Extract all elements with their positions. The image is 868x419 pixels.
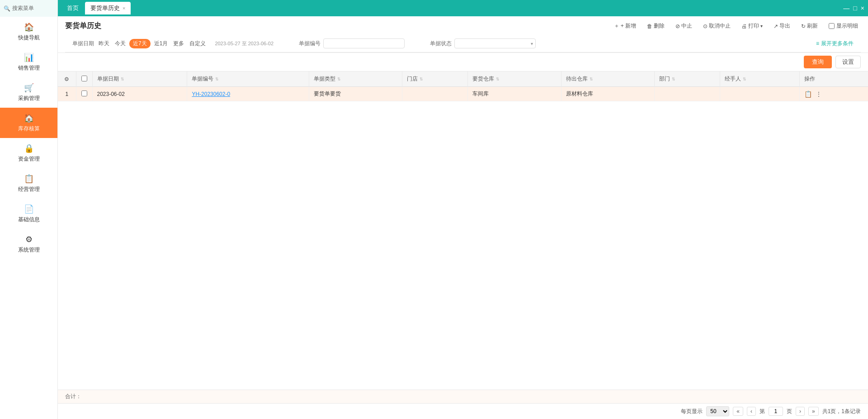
refresh-label: 刷新: [807, 22, 818, 30]
date-btn-7days[interactable]: 近7天: [129, 39, 151, 48]
table-area: ⚙ 单据日期 ⇅ 单据编号 ⇅: [58, 71, 868, 390]
add-icon: ＋: [614, 22, 619, 30]
sort-date-icon[interactable]: ⇅: [121, 77, 124, 81]
sort-doc-type-icon[interactable]: ⇅: [337, 77, 341, 81]
row-checkbox[interactable]: [81, 90, 87, 96]
query-button[interactable]: 查询: [804, 56, 832, 68]
sidebar-item-finance[interactable]: 🔒 资金管理: [0, 138, 57, 168]
total-label: 合计：: [65, 393, 81, 400]
settings-gear-icon[interactable]: ⚙: [64, 76, 69, 82]
window-minimize-icon[interactable]: —: [843, 5, 849, 12]
th-doc-type-label: 单据类型: [314, 75, 335, 83]
row-pending-warehouse: 原材料仓库: [561, 87, 654, 101]
export-icon: ↗: [774, 23, 778, 29]
tab-home[interactable]: 首页: [61, 2, 84, 14]
th-doc-no-label: 单据编号: [192, 75, 213, 83]
cancel-stop-button[interactable]: ⊙ 取消中止: [700, 21, 733, 31]
prev-page-button[interactable]: ‹: [747, 407, 756, 416]
last-page-button[interactable]: »: [808, 407, 819, 416]
sidebar-item-operations[interactable]: 📋 经营管理: [0, 168, 57, 199]
add-button[interactable]: ＋ + 新增: [611, 21, 639, 31]
export-label: 导出: [779, 22, 790, 30]
th-pending-warehouse: 待出仓库 ⇅: [561, 71, 654, 87]
tab-requisition-history[interactable]: 要货单历史 ×: [85, 2, 131, 14]
window-close-icon[interactable]: ×: [861, 5, 864, 12]
sidebar-item-label: 销售管理: [18, 64, 40, 72]
print-button[interactable]: 🖨 打印 ▾: [739, 21, 765, 31]
doc-no-input[interactable]: [323, 38, 405, 48]
date-range-display: 2023-05-27 至 2023-06-02: [215, 40, 274, 47]
date-btn-custom[interactable]: 自定义: [188, 39, 208, 48]
sidebar-item-label: 库存核算: [18, 125, 40, 133]
add-label: + 新增: [621, 22, 636, 30]
table-header-row: ⚙ 单据日期 ⇅ 单据编号 ⇅: [58, 71, 868, 87]
sidebar-item-quick-nav[interactable]: 🏠 快捷导航: [0, 17, 57, 47]
th-doc-type: 单据类型 ⇅: [309, 71, 402, 87]
print-icon: 🖨: [741, 23, 747, 29]
sidebar-item-sales[interactable]: 📊 销售管理: [0, 47, 57, 77]
row-more-icon[interactable]: ⋮: [816, 90, 822, 98]
sidebar-item-purchase[interactable]: 🛒 采购管理: [0, 77, 57, 108]
tab-close-icon[interactable]: ×: [123, 5, 125, 11]
date-range-text: 2023-05-27 至 2023-06-02: [215, 40, 274, 47]
page-header: 要货单历史 ＋ + 新增 🗑 删除 ⊘ 中止 ⊙ 取消中止: [58, 16, 868, 53]
sidebar-search[interactable]: 🔍 搜索菜单: [0, 0, 57, 17]
settings-button[interactable]: 设置: [835, 56, 861, 68]
sort-store-icon[interactable]: ⇅: [420, 77, 423, 81]
first-page-button[interactable]: «: [733, 407, 743, 416]
date-btn-yesterday[interactable]: 昨天: [97, 39, 111, 48]
sidebar-item-basic-info[interactable]: 📄 基础信息: [0, 199, 57, 229]
row-edit-icon[interactable]: 📋: [804, 90, 812, 98]
date-btn-today[interactable]: 今天: [113, 39, 127, 48]
row-handler: [720, 87, 800, 101]
tab-bar-right: — □ ×: [843, 5, 864, 12]
th-store-label: 门店: [407, 75, 418, 83]
sidebar-item-label: 经营管理: [18, 186, 40, 193]
export-button[interactable]: ↗ 导出: [771, 21, 793, 31]
page-number-input[interactable]: [769, 407, 783, 416]
per-page-select[interactable]: 50 100: [706, 406, 729, 416]
window-maximize-icon[interactable]: □: [853, 5, 857, 12]
show-detail-button[interactable]: 显示明细: [826, 21, 861, 31]
status-label: 单据状态: [430, 40, 452, 48]
show-detail-checkbox[interactable]: [829, 23, 835, 29]
row-store: [402, 87, 468, 101]
date-btn-1month[interactable]: 近1月: [152, 39, 170, 48]
th-date: 单据日期 ⇅: [92, 71, 187, 87]
action-buttons-row: 查询 设置: [58, 53, 868, 71]
refresh-icon: ↻: [801, 23, 806, 29]
status-select-wrapper: ▾: [454, 38, 536, 48]
print-arrow-icon: ▾: [760, 24, 763, 29]
refresh-button[interactable]: ↻ 刷新: [798, 21, 821, 31]
page-title-row: 要货单历史 ＋ + 新增 🗑 删除 ⊘ 中止 ⊙ 取消中止: [65, 21, 861, 31]
delete-icon: 🗑: [647, 23, 652, 29]
date-btn-more[interactable]: 更多: [171, 39, 186, 48]
system-icon: ⚙: [25, 234, 33, 244]
sort-handler-icon[interactable]: ⇅: [743, 77, 746, 81]
delete-button[interactable]: 🗑 删除: [644, 21, 667, 31]
th-actions: 操作: [799, 71, 868, 87]
th-doc-no: 单据编号 ⇅: [187, 71, 309, 87]
expand-icon: ≡: [816, 40, 819, 47]
sort-pending-warehouse-icon[interactable]: ⇅: [590, 77, 593, 81]
sales-icon: 📊: [24, 52, 34, 62]
next-page-button[interactable]: ›: [796, 407, 805, 416]
sort-department-icon[interactable]: ⇅: [672, 77, 675, 81]
expand-label: 展开更多条件: [821, 40, 854, 48]
sort-req-warehouse-icon[interactable]: ⇅: [496, 77, 500, 81]
sort-doc-no-icon[interactable]: ⇅: [215, 77, 219, 81]
th-handler-label: 经手人: [725, 75, 741, 83]
sidebar-item-inventory[interactable]: 🏠 库存核算: [0, 108, 57, 138]
expand-more-btn[interactable]: ≡ 展开更多条件: [816, 40, 854, 48]
tab-home-label: 首页: [67, 4, 79, 12]
toolbar: ＋ + 新增 🗑 删除 ⊘ 中止 ⊙ 取消中止 🖨 打印: [611, 21, 861, 31]
select-all-checkbox[interactable]: [81, 76, 87, 81]
page-label: 第: [760, 408, 765, 415]
stop-button[interactable]: ⊘ 中止: [673, 21, 695, 31]
sidebar-item-label: 基础信息: [18, 216, 40, 224]
sidebar-item-system[interactable]: ⚙ 系统管理: [0, 229, 57, 259]
status-select[interactable]: [454, 38, 536, 48]
row-doc-no: YH-20230602-0: [187, 87, 309, 101]
th-handler: 经手人 ⇅: [720, 71, 800, 87]
doc-no-link[interactable]: YH-20230602-0: [192, 91, 230, 97]
